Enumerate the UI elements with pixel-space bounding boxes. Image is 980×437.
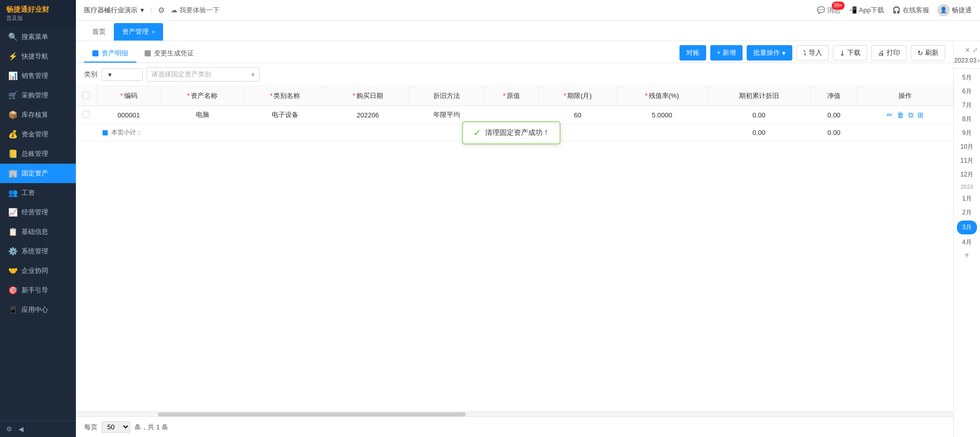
total-label: 条，共 1 条 (134, 423, 168, 432)
panel-year-month[interactable]: 2023.03 › (954, 55, 980, 69)
sub-tab-change-voucher[interactable]: 变更生成凭证 (136, 45, 202, 63)
print-button[interactable]: 🖨 打印 (871, 45, 907, 61)
sidebar-item-quick-nav[interactable]: ⚡ 快捷导航 (0, 47, 76, 66)
row-checkbox-cell[interactable] (76, 106, 96, 124)
cell-initial-depr: 0.00 (707, 106, 810, 124)
sidebar-item-label: 销售管理 (22, 71, 48, 81)
import-button[interactable]: ⤵ 导入 (796, 45, 829, 61)
sidebar-item-label: 系统管理 (22, 247, 48, 256)
book-icon: 📒 (8, 149, 17, 158)
building-icon: 🏢 (8, 169, 17, 178)
settings-bottom-icon[interactable]: ⚙ (6, 425, 12, 433)
month-6[interactable]: 6月 (954, 85, 980, 98)
action-icons: ✏ 🗑 ⧉ ⊞ (862, 111, 949, 120)
sidebar-item-purchase[interactable]: 🛒 采购管理 (0, 86, 76, 105)
month-8[interactable]: 8月 (954, 112, 980, 126)
sidebar-item-ledger[interactable]: 📒 总账管理 (0, 144, 76, 164)
download-button[interactable]: ⤓ 下载 (833, 45, 867, 61)
close-tab-icon[interactable]: × (152, 29, 155, 35)
subtotal-initial-dep: 0.00 (707, 124, 810, 142)
select-all-cell[interactable] (76, 86, 96, 106)
topbar-divider: | (150, 6, 152, 14)
online-service-btn[interactable]: 🎧 在线客服 (892, 6, 929, 15)
month-7[interactable]: 7月 (954, 98, 980, 112)
app-subtitle: 普及版 (6, 14, 23, 22)
feedback-label: 我要体验一下 (179, 6, 219, 15)
month-4[interactable]: 4月 (954, 235, 980, 249)
month-9[interactable]: 9月 (954, 126, 980, 140)
select-all-checkbox[interactable] (83, 92, 90, 99)
row-checkbox[interactable] (83, 111, 90, 118)
clipboard-icon: 📋 (8, 227, 17, 236)
per-page-select[interactable]: 50 100 200 (102, 421, 130, 433)
app-download-btn[interactable]: 📲 App下载 (849, 6, 884, 15)
right-panel: ✕ ⤢ 2023.03 › 5月 6月 7月 8月 9月 10月 11月 12月… (953, 41, 980, 437)
sidebar-item-payroll[interactable]: 👥 工资 (0, 183, 76, 203)
chart-icon: 📊 (8, 71, 17, 81)
cell-category: 电子设备 (244, 106, 326, 124)
sub-tab-asset-detail[interactable]: 资产明细 (84, 45, 136, 63)
new-button[interactable]: + 新增 (710, 45, 743, 61)
cell-original-value: ✓ 清理固定资产成功！ (484, 106, 538, 124)
tab-home[interactable]: 首页 (84, 23, 114, 41)
col-category: *类别名称 (244, 86, 326, 106)
month-12[interactable]: 12月 (954, 168, 980, 182)
page-main: 资产明细 变更生成凭证 对账 + 新增 批量操作 ▾ ⤵ 导入 (76, 41, 953, 437)
month-1[interactable]: 1月 (954, 192, 980, 206)
handshake-icon: 🤝 (8, 266, 17, 275)
refresh-button[interactable]: ↻ 刷新 (911, 45, 945, 61)
copy-icon[interactable]: ⧉ (908, 111, 913, 120)
reconcile-button[interactable]: 对账 (679, 45, 706, 61)
tab-label: 资产管理 (122, 27, 149, 36)
tab-asset-management[interactable]: 资产管理 × (114, 23, 163, 41)
sidebar-item-fixed-assets[interactable]: 🏢 固定资产 (0, 164, 76, 183)
sidebar-bottom: ⚙ ◀ (0, 421, 76, 437)
money-icon: 💰 (8, 130, 17, 139)
sidebar-item-guide[interactable]: 🎯 新手引导 (0, 281, 76, 300)
close-panel-icon[interactable]: ✕ (965, 46, 970, 54)
sidebar-item-funds[interactable]: 💰 资金管理 (0, 125, 76, 144)
sidebar-item-basic-info[interactable]: 📋 基础信息 (0, 222, 76, 242)
expand-panel-icon[interactable]: ⤢ (972, 46, 978, 54)
user-area[interactable]: 👤 畅捷通 (937, 4, 972, 16)
month-11[interactable]: 11月 (954, 154, 980, 168)
batch-ops-button[interactable]: 批量操作 ▾ (747, 45, 792, 61)
sidebar-item-ops[interactable]: 📈 经营管理 (0, 203, 76, 222)
settings-gear-icon[interactable]: ⚙ (158, 6, 165, 15)
month-3-active[interactable]: 3月 (957, 221, 977, 234)
sidebar-item-sales[interactable]: 📊 销售管理 (0, 66, 76, 86)
scrollbar-thumb[interactable] (158, 412, 466, 416)
more-icon[interactable]: ⊞ (917, 111, 924, 119)
month-2[interactable]: 2月 (954, 206, 980, 220)
chevron-icon: ▾ (108, 71, 112, 78)
app-download-label: App下载 (859, 6, 884, 15)
company-name: 医疗器械行业演示 (84, 6, 137, 15)
sidebar-item-enterprise[interactable]: 🤝 企业协同 (0, 261, 76, 281)
collapse-sidebar-button[interactable]: ◀ (18, 425, 24, 433)
sidebar-scroll: 🔍 搜索菜单 ⚡ 快捷导航 📊 销售管理 🛒 采购管理 📦 库存核算 💰 资金管… (0, 27, 76, 421)
flash-icon: ⚡ (8, 52, 17, 61)
table-wrapper: *编码 *资产名称 *类别名称 *购买日期 折旧方法 *原值 *期限(月) *残… (76, 86, 953, 411)
sidebar-item-search[interactable]: 🔍 搜索菜单 (0, 27, 76, 47)
sidebar-item-app-center[interactable]: 📱 应用中心 (0, 300, 76, 320)
topbar-right: 💬 消息 99+ 📲 App下载 🎧 在线客服 👤 畅捷通 (817, 4, 972, 16)
category-type-select[interactable]: ▾ (102, 68, 143, 81)
sidebar-item-sys[interactable]: ⚙️ 系统管理 (0, 242, 76, 261)
sidebar-item-inventory[interactable]: 📦 库存核算 (0, 105, 76, 125)
feedback-btn[interactable]: ☁ 我要体验一下 (171, 6, 219, 15)
category-filter-input[interactable]: 请选择固定资产类别 ▾ (147, 67, 259, 82)
month-10[interactable]: 10月 (954, 140, 980, 154)
horizontal-scrollbar[interactable] (76, 411, 953, 416)
message-btn[interactable]: 💬 消息 99+ (817, 6, 841, 15)
sub-tab-label: 资产明细 (102, 49, 128, 58)
company-selector[interactable]: 医疗器械行业演示 ▾ (84, 6, 144, 15)
pagination-bar: 每页 50 100 200 条，共 1 条 (76, 416, 953, 437)
edit-icon[interactable]: ✏ (887, 111, 893, 119)
month-5[interactable]: 5月 (954, 71, 980, 85)
delete-icon[interactable]: 🗑 (897, 111, 904, 119)
nav-tabs: 首页 资产管理 × (76, 21, 980, 41)
phone-icon: 📱 (8, 305, 17, 314)
col-period: *期限(月) (538, 86, 616, 106)
tab-icon (92, 50, 98, 56)
sidebar-item-label: 应用中心 (22, 305, 48, 314)
